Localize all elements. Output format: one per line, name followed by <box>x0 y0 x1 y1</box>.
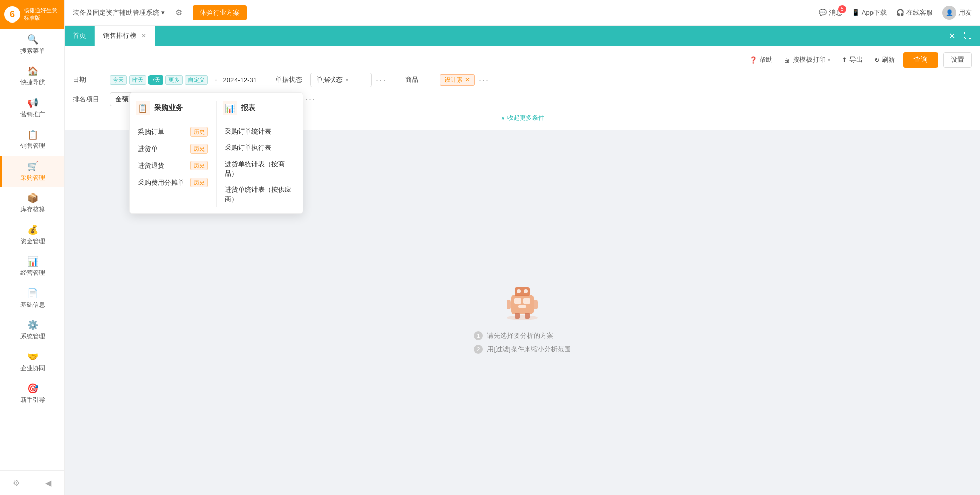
phone-icon: 📱 <box>851 9 860 16</box>
svg-point-6 <box>517 289 521 293</box>
status-dots[interactable]: ··· <box>376 75 387 85</box>
sidebar-item-basic-info[interactable]: 📄 基础信息 <box>0 283 64 314</box>
online-service-btn[interactable]: 🎧 在线客服 <box>896 8 933 17</box>
sidebar-item-newbie[interactable]: 🎯 新手引导 <box>0 378 64 410</box>
svg-rect-2 <box>514 298 521 304</box>
export-btn[interactable]: ⬆ 导出 <box>839 53 866 67</box>
date-separator: - <box>214 75 217 84</box>
date-tag-custom[interactable]: 自定义 <box>185 75 208 85</box>
message-icon: 💬 <box>819 9 827 16</box>
tab-home[interactable]: 首页 <box>65 26 95 46</box>
history-badge-3: 历史 <box>190 161 208 170</box>
menu-item-stock-return[interactable]: 进货退货 历史 <box>136 157 210 174</box>
empty-illustration <box>497 272 548 323</box>
tab-sales-rank[interactable]: 销售排行榜 ✕ <box>95 26 155 46</box>
main-area: 装备及固定资产辅助管理系统 ▾ ⚙ 体验行业方案 💬 消息 5 📱 App下载 … <box>65 0 980 495</box>
menu-item-purchase-order[interactable]: 采购订单 历史 <box>136 123 210 140</box>
dropdown-col-purchase: 📋 采购业务 采购订单 历史 进货单 历史 进货退货 历史 采购费用分摊单 <box>130 101 217 207</box>
sidebar-label-system: 系统管理 <box>20 332 45 341</box>
sidebar-bottom: ⚙ ◀ <box>0 470 64 495</box>
sidebar-item-quick-nav[interactable]: 🏠 快捷导航 <box>0 60 64 92</box>
topbar-gear-icon[interactable]: ⚙ <box>175 8 182 17</box>
tab-close-icon[interactable]: ✕ <box>141 32 146 39</box>
goods-filter: 商品 设计素 ✕ ··· <box>405 74 489 86</box>
customer-dots[interactable]: ··· <box>305 94 316 105</box>
app-download-btn[interactable]: 📱 App下载 <box>851 8 887 17</box>
rank-value: 金额 <box>115 95 129 104</box>
menu-item-stock-in-stat-goods[interactable]: 进货单统计表（按商品） <box>223 156 297 182</box>
date-tag-yesterday[interactable]: 昨天 <box>129 75 146 85</box>
tabbar-right: ✕ ⛶ <box>941 29 980 43</box>
sidebar-item-sales[interactable]: 📋 销售管理 <box>0 124 64 156</box>
sidebar-label-operations: 经营管理 <box>20 269 45 277</box>
date-tag-7days[interactable]: 7天 <box>148 75 163 85</box>
date-tag-more[interactable]: 更多 <box>165 75 183 85</box>
user-avatar[interactable]: 👤 用友 <box>942 6 972 20</box>
query-button[interactable]: 查询 <box>903 52 938 68</box>
system-title-dropdown[interactable]: 装备及固定资产辅助管理系统 ▾ <box>73 8 165 17</box>
dropdown-col2-header: 📊 报表 <box>223 101 297 118</box>
industry-btn[interactable]: 体验行业方案 <box>193 5 247 20</box>
sidebar-icon-operations: 📊 <box>27 256 38 267</box>
menu-item-stock-in[interactable]: 进货单 历史 <box>136 140 210 157</box>
dropdown-chevron-icon: ▾ <box>161 9 165 16</box>
sidebar-nav: 🔍 搜索菜单 🏠 快捷导航 📢 营销推广 📋 销售管理 🛒 采购管理 📦 库存核… <box>0 29 64 470</box>
collapse-btn[interactable]: ∧ 收起更多条件 <box>501 114 544 122</box>
sidebar-icon-quick-nav: 🏠 <box>27 66 38 77</box>
goods-dots[interactable]: ··· <box>479 75 489 85</box>
rank-label: 排名项目 <box>73 95 103 104</box>
status-select-value: 单据状态 <box>316 75 343 84</box>
sidebar-item-operations[interactable]: 📊 经营管理 <box>0 251 64 283</box>
date-label: 日期 <box>73 75 103 84</box>
print-btn[interactable]: 🖨 按模板打印 ▾ <box>781 53 834 67</box>
menu-item-stock-in-stat-supplier[interactable]: 进货单统计表（按供应商） <box>223 182 297 207</box>
tab-expand-icon[interactable]: ⛶ <box>962 29 974 42</box>
sidebar-item-enterprise[interactable]: 🤝 企业协同 <box>0 346 64 378</box>
export-icon: ⬆ <box>842 56 847 64</box>
svg-point-0 <box>507 315 538 320</box>
sidebar-item-finance[interactable]: 💰 资金管理 <box>0 219 64 251</box>
sidebar-label-search: 搜索菜单 <box>20 47 45 55</box>
help-btn[interactable]: ❓ 帮助 <box>746 53 776 67</box>
settings-button[interactable]: 设置 <box>943 52 972 68</box>
sidebar-icon-basic-info: 📄 <box>27 288 38 299</box>
help-icon: ❓ <box>749 56 757 64</box>
messages-btn[interactable]: 💬 消息 5 <box>819 8 842 17</box>
sidebar-settings-btn[interactable]: ⚙ <box>11 476 22 490</box>
toolbar-actions: ❓ 帮助 🖨 按模板打印 ▾ ⬆ 导出 ↻ 刷新 <box>746 52 972 68</box>
menu-item-purchase-order-stat[interactable]: 采购订单统计表 <box>223 123 297 140</box>
sidebar-label-inventory: 库存核算 <box>20 205 45 214</box>
svg-rect-4 <box>518 305 526 308</box>
sidebar-icon-inventory: 📦 <box>27 192 38 204</box>
purchase-dropdown-menu: 📋 采购业务 采购订单 历史 进货单 历史 进货退货 历史 采购费用分摊单 <box>129 92 303 214</box>
menu-item-purchase-order-exec[interactable]: 采购订单执行表 <box>223 140 297 156</box>
sidebar-icon-marketing: 📢 <box>27 97 38 109</box>
sidebar-icon-newbie: 🎯 <box>27 383 38 394</box>
reports-col-icon: 📊 <box>223 101 237 115</box>
sidebar-item-system[interactable]: ⚙️ 系统管理 <box>0 314 64 346</box>
dropdown-col-reports: 📊 报表 采购订单统计表 采购订单执行表 进货单统计表（按商品） 进货单统计表（… <box>217 101 303 207</box>
sidebar-icon-search: 🔍 <box>27 34 38 45</box>
status-chevron-icon: ▾ <box>346 77 348 83</box>
menu-item-purchase-expense[interactable]: 采购费用分摊单 历史 <box>136 174 210 191</box>
svg-rect-3 <box>523 298 530 304</box>
sidebar-item-marketing[interactable]: 📢 营销推广 <box>0 92 64 124</box>
goods-label: 商品 <box>405 75 436 84</box>
status-select[interactable]: 单据状态 ▾ <box>310 73 372 87</box>
sidebar-icon-system: ⚙️ <box>27 319 38 331</box>
sidebar-collapse-btn[interactable]: ◀ <box>43 476 53 490</box>
date-tag-today[interactable]: 今天 <box>110 75 127 85</box>
history-badge-4: 历史 <box>190 178 208 187</box>
toolbar-row: ❓ 帮助 🖨 按模板打印 ▾ ⬆ 导出 ↻ 刷新 <box>73 52 972 68</box>
empty-hints: 1 请先选择要分析的方案 2 用[过滤]条件来缩小分析范围 <box>474 331 570 354</box>
sidebar-item-inventory[interactable]: 📦 库存核算 <box>0 187 64 219</box>
goods-tag-close-icon[interactable]: ✕ <box>465 76 470 83</box>
goods-tag[interactable]: 设计素 ✕ <box>440 74 475 86</box>
empty-hint-1: 1 请先选择要分析的方案 <box>474 331 570 340</box>
status-filter: 单据状态 单据状态 ▾ ··· <box>275 73 387 87</box>
sidebar-item-search[interactable]: 🔍 搜索菜单 <box>0 29 64 60</box>
refresh-btn[interactable]: ↻ 刷新 <box>871 53 898 67</box>
sidebar-item-purchase[interactable]: 🛒 采购管理 <box>0 156 64 187</box>
sidebar-icon-enterprise: 🤝 <box>27 351 38 362</box>
tab-close-window-icon[interactable]: ✕ <box>947 29 957 43</box>
